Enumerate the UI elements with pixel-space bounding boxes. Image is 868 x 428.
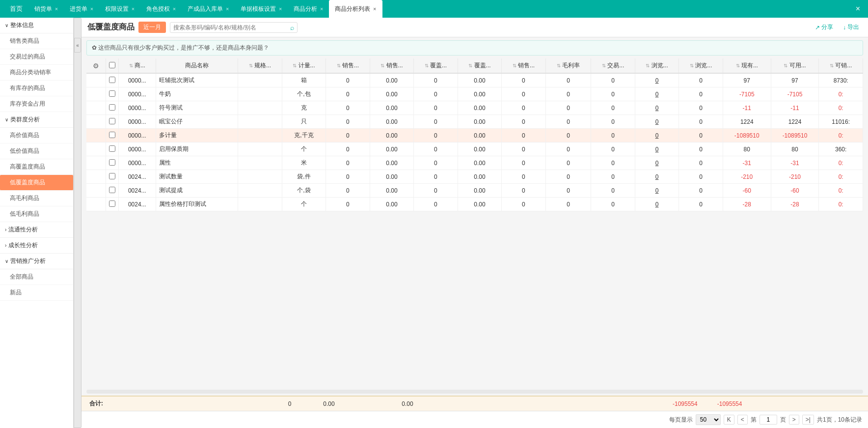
row-settings[interactable] (86, 198, 106, 211)
row-checkbox[interactable] (106, 170, 118, 184)
window-close-button[interactable]: × (852, 4, 864, 13)
sidebar-group-growth[interactable]: › 成长性分析 (0, 238, 73, 254)
sidebar-item-category-rate[interactable]: 商品分类动销率 (0, 65, 73, 81)
sidebar-group-circulation[interactable]: › 流通性分析 (0, 222, 73, 238)
row-checkbox[interactable] (106, 198, 118, 211)
row-checkbox[interactable] (106, 184, 118, 198)
row-browse1[interactable]: 0 (635, 143, 679, 156)
share-button[interactable]: ↗ 分享 (812, 22, 836, 33)
col-trade[interactable]: ⇅ 交易... (591, 58, 635, 73)
col-available[interactable]: ⇅ 可用... (771, 58, 819, 73)
row-settings[interactable] (86, 170, 106, 184)
sidebar-item-low-margin[interactable]: 低毛利商品 (0, 206, 73, 222)
row-checkbox[interactable] (106, 143, 118, 156)
row-settings[interactable] (86, 129, 106, 143)
collapse-icon[interactable]: « (74, 38, 81, 53)
col-sales-qty[interactable]: ⇅ 销售... (326, 58, 370, 73)
col-saleable[interactable]: ⇅ 可销... (819, 58, 863, 73)
row-browse1[interactable]: 0 (635, 156, 679, 170)
sidebar-item-high-margin[interactable]: 高毛利商品 (0, 191, 73, 206)
nav-goods-analysis[interactable]: 商品分析 × (288, 0, 329, 18)
col-browse2[interactable]: ⇅ 浏览... (679, 58, 723, 73)
select-all-checkbox[interactable] (109, 62, 115, 68)
row-checkbox[interactable] (106, 101, 118, 115)
row-checkbox[interactable] (106, 129, 118, 143)
nav-template-close[interactable]: × (279, 6, 282, 12)
col-spec[interactable]: ⇅ 规格... (238, 58, 282, 73)
row-browse1[interactable]: 0 (635, 73, 679, 87)
row-settings[interactable] (86, 73, 106, 87)
nav-template[interactable]: 单据模板设置 × (235, 0, 288, 18)
row-browse1[interactable]: 0 (635, 87, 679, 101)
row-checkbox[interactable] (106, 73, 118, 87)
search-icon[interactable]: ⌕ (290, 24, 294, 31)
nav-product-in-close[interactable]: × (226, 6, 229, 12)
horizontal-scrollbar[interactable] (86, 390, 863, 394)
nav-home[interactable]: 首页 (4, 0, 28, 18)
nav-permission[interactable]: 权限设置 × (99, 0, 140, 18)
nav-permission-close[interactable]: × (132, 6, 135, 12)
sidebar-collapse-button[interactable]: « (74, 18, 81, 428)
page-number-input[interactable] (760, 415, 777, 425)
row-checkbox[interactable] (106, 87, 118, 101)
export-button[interactable]: ↓ 导出 (840, 22, 862, 33)
row-checkbox[interactable] (106, 156, 118, 170)
nav-product-in[interactable]: 产成品入库单 × (182, 0, 235, 18)
sidebar-item-high-coverage[interactable]: 高覆盖度商品 (0, 159, 73, 175)
nav-goods-analysis-close[interactable]: × (320, 6, 323, 12)
gear-icon[interactable]: ⚙ (93, 62, 99, 70)
sidebar-item-new-goods[interactable]: 新品 (0, 285, 73, 301)
col-cover1[interactable]: ⇅ 覆盖... (414, 58, 458, 73)
col-sales3[interactable]: ⇅ 销售... (502, 58, 546, 73)
nav-purchase-close[interactable]: × (90, 6, 93, 12)
prev-page-button[interactable]: < (737, 415, 748, 425)
row-settings[interactable] (86, 87, 106, 101)
nav-sales-close[interactable]: × (55, 6, 58, 12)
row-settings[interactable] (86, 101, 106, 115)
sidebar-item-stock-goods[interactable]: 有库存的商品 (0, 81, 73, 96)
row-browse1[interactable]: 0 (635, 115, 679, 129)
row-settings[interactable] (86, 115, 106, 129)
nav-role[interactable]: 角色授权 × (140, 0, 182, 18)
sidebar-group-cluster[interactable]: ∨ 类群度分析 (0, 112, 73, 128)
nav-role-close[interactable]: × (173, 6, 176, 12)
time-filter-button[interactable]: 近一月 (138, 22, 166, 33)
row-browse1[interactable]: 0 (635, 170, 679, 184)
nav-goods-analysis-list[interactable]: 商品分析列表 × (329, 0, 382, 18)
sidebar-item-high-value[interactable]: 高价值商品 (0, 128, 73, 143)
col-stock[interactable]: ⇅ 现有... (723, 58, 771, 73)
row-checkbox[interactable] (106, 115, 118, 129)
row-browse1[interactable]: 0 (635, 101, 679, 115)
row-browse1[interactable]: 0 (635, 184, 679, 198)
row-settings[interactable] (86, 184, 106, 198)
page-size-select[interactable]: 50 20 100 200 (696, 414, 721, 425)
sidebar-item-low-coverage[interactable]: 低覆盖度商品 (0, 175, 73, 191)
col-code[interactable]: ⇅ 商... (118, 58, 156, 73)
row-browse1[interactable]: 0 (635, 198, 679, 211)
first-page-button[interactable]: K (724, 415, 734, 425)
nav-sales[interactable]: 销货单 × (28, 0, 64, 18)
last-page-button[interactable]: >| (802, 415, 814, 425)
col-cover2[interactable]: ⇅ 覆盖... (458, 58, 502, 73)
row-settings[interactable] (86, 143, 106, 156)
checkbox-col-header[interactable] (106, 58, 118, 73)
col-gross[interactable]: ⇅ 毛利率 (545, 58, 591, 73)
sidebar-item-low-value[interactable]: 低价值商品 (0, 143, 73, 159)
settings-col-header[interactable]: ⚙ (86, 58, 106, 73)
next-page-button[interactable]: > (789, 415, 799, 425)
sidebar-item-all-goods[interactable]: 全部商品 (0, 269, 73, 285)
nav-purchase[interactable]: 进货单 × (64, 0, 99, 18)
sidebar-item-stock-capital[interactable]: 库存资金占用 (0, 96, 73, 112)
row-settings[interactable] (86, 156, 106, 170)
sidebar-item-sales-goods[interactable]: 销售类商品 (0, 33, 73, 49)
search-input[interactable] (173, 24, 290, 31)
nav-goods-analysis-list-close[interactable]: × (373, 6, 376, 12)
col-sales-amt[interactable]: ⇅ 销售... (370, 58, 414, 73)
row-browse1[interactable]: 0 (635, 129, 679, 143)
sidebar-item-traded-goods[interactable]: 交易过的商品 (0, 49, 73, 65)
sidebar-group-marketing[interactable]: ∨ 营销推广分析 (0, 254, 73, 269)
col-browse1[interactable]: ⇅ 浏览... (635, 58, 679, 73)
col-unit[interactable]: ⇅ 计量... (282, 58, 326, 73)
col-name[interactable]: 商品名称 (156, 58, 238, 73)
sidebar-group-overall[interactable]: ∨ 整体信息 (0, 18, 73, 33)
